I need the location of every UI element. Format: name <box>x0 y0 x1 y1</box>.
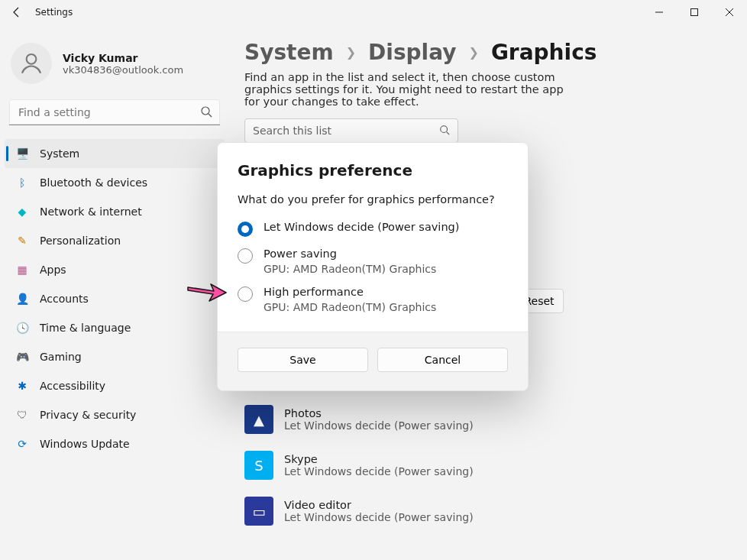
save-label: Save <box>289 354 315 366</box>
settings-search-input[interactable] <box>9 99 220 125</box>
sidebar-item-bluetooth-devices[interactable]: ᛒBluetooth & devices <box>5 168 225 197</box>
avatar <box>11 43 52 84</box>
nav-icon: 🎮 <box>15 351 29 363</box>
nav-icon: ✎ <box>15 235 29 247</box>
app-title: Skype <box>284 453 474 465</box>
radio-label: Power saving <box>264 248 436 260</box>
sidebar-item-accessibility[interactable]: ✱Accessibility <box>5 371 225 400</box>
sidebar-item-gaming[interactable]: 🎮Gaming <box>5 342 225 371</box>
sidebar-item-label: Accounts <box>40 293 89 305</box>
dialog-question: What do you prefer for graphics performa… <box>238 193 508 206</box>
cancel-button[interactable]: Cancel <box>377 348 508 372</box>
breadcrumb-current: Graphics <box>491 40 597 65</box>
window-title: Settings <box>35 7 73 18</box>
sidebar-item-label: Time & language <box>40 322 131 334</box>
svg-point-5 <box>441 125 448 132</box>
sidebar-item-privacy-security[interactable]: 🛡Privacy & security <box>5 400 225 429</box>
help-text: Find an app in the list and select it, t… <box>244 71 580 108</box>
close-button[interactable] <box>712 0 747 24</box>
chevron-right-icon: ❯ <box>346 45 356 60</box>
app-icon: ▭ <box>244 497 273 526</box>
sidebar-item-label: Gaming <box>40 351 82 363</box>
svg-line-4 <box>209 114 212 117</box>
radio-button[interactable] <box>238 286 253 302</box>
radio-sublabel: GPU: AMD Radeon(TM) Graphics <box>264 301 436 313</box>
sidebar-item-label: Network & internet <box>40 206 142 218</box>
app-title: Video editor <box>284 499 474 511</box>
app-subtitle: Let Windows decide (Power saving) <box>284 465 474 477</box>
app-row[interactable]: ▭Video editorLet Windows decide (Power s… <box>244 497 474 526</box>
maximize-button[interactable] <box>677 0 712 24</box>
reset-label: Reset <box>524 295 554 307</box>
nav-icon: 👤 <box>15 293 29 305</box>
radio-option-2[interactable]: High performanceGPU: AMD Radeon(TM) Grap… <box>238 283 508 316</box>
radio-label: High performance <box>264 286 436 298</box>
search-icon <box>200 105 212 121</box>
sidebar-item-system[interactable]: 🖥️System <box>5 139 225 168</box>
svg-rect-1 <box>691 9 698 16</box>
app-title: Photos <box>284 407 474 419</box>
graphics-preference-dialog: Graphics preference What do you prefer f… <box>217 142 529 391</box>
back-button[interactable] <box>0 0 34 24</box>
sidebar-item-windows-update[interactable]: ⟳Windows Update <box>5 429 225 458</box>
sidebar-item-label: Accessibility <box>40 380 105 392</box>
app-subtitle: Let Windows decide (Power saving) <box>284 419 474 432</box>
app-row[interactable]: SSkypeLet Windows decide (Power saving) <box>244 451 474 480</box>
app-icon: S <box>244 451 273 480</box>
radio-button[interactable] <box>238 248 253 264</box>
radio-button[interactable] <box>238 222 253 237</box>
search-icon <box>439 125 450 138</box>
account-name: Vicky Kumar <box>63 52 183 64</box>
sidebar-item-label: Bluetooth & devices <box>40 176 147 189</box>
nav-icon: 🖥️ <box>15 147 29 160</box>
minimize-button[interactable] <box>642 0 677 24</box>
sidebar-item-label: Apps <box>40 264 66 276</box>
nav-icon: ⟳ <box>15 438 29 450</box>
dialog-title: Graphics preference <box>238 161 508 180</box>
chevron-right-icon: ❯ <box>468 45 478 60</box>
breadcrumb: System ❯ Display ❯ Graphics <box>244 40 729 65</box>
nav-icon: 🛡 <box>15 409 29 421</box>
sidebar-item-label: System <box>40 147 79 160</box>
save-button[interactable]: Save <box>238 348 368 372</box>
svg-point-2 <box>27 54 37 64</box>
sidebar-item-label: Personalization <box>40 235 121 247</box>
sidebar-item-label: Windows Update <box>40 438 130 450</box>
nav-icon: ▦ <box>15 264 29 276</box>
sidebar-item-network-internet[interactable]: ◆Network & internet <box>5 197 225 226</box>
radio-option-1[interactable]: Power savingGPU: AMD Radeon(TM) Graphics <box>238 244 508 278</box>
nav-icon: 🕓 <box>15 322 29 334</box>
breadcrumb-system[interactable]: System <box>244 40 334 65</box>
list-search-input[interactable]: Search this list <box>244 118 458 143</box>
app-icon: ▲ <box>244 405 273 434</box>
app-row[interactable]: ▲PhotosLet Windows decide (Power saving) <box>244 405 474 434</box>
cancel-label: Cancel <box>425 354 461 366</box>
sidebar-item-time-language[interactable]: 🕓Time & language <box>5 313 225 342</box>
account-email: vk304836@outlook.com <box>63 64 183 76</box>
breadcrumb-display[interactable]: Display <box>368 40 456 65</box>
annotation-arrow-icon <box>186 280 228 306</box>
svg-point-3 <box>202 107 209 115</box>
nav-icon: ✱ <box>15 380 29 392</box>
account-block[interactable]: Vicky Kumar vk304836@outlook.com <box>0 38 229 99</box>
radio-option-0[interactable]: Let Windows decide (Power saving) <box>238 218 508 240</box>
svg-line-6 <box>447 131 450 134</box>
nav-icon: ◆ <box>15 206 29 218</box>
radio-label: Let Windows decide (Power saving) <box>264 221 459 233</box>
sidebar-item-label: Privacy & security <box>40 409 136 421</box>
sidebar-item-personalization[interactable]: ✎Personalization <box>5 226 225 255</box>
nav-icon: ᛒ <box>15 176 29 189</box>
titlebar: Settings <box>0 0 747 24</box>
list-search-placeholder: Search this list <box>253 125 331 137</box>
app-subtitle: Let Windows decide (Power saving) <box>284 511 474 523</box>
radio-sublabel: GPU: AMD Radeon(TM) Graphics <box>264 263 436 275</box>
